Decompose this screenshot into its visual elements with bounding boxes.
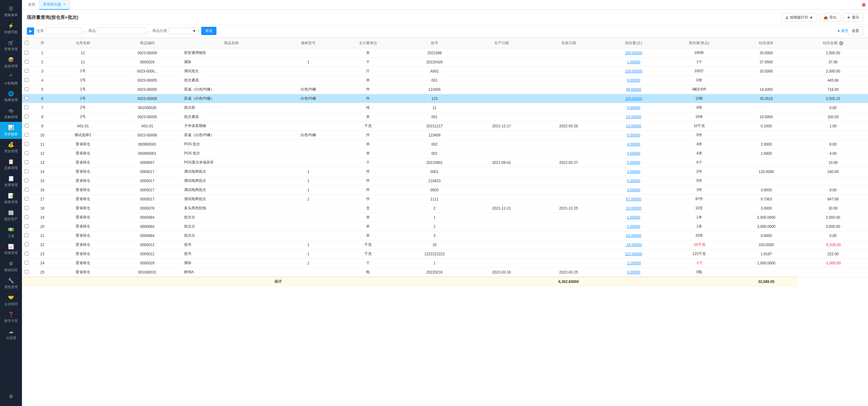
sidebar-item-guide[interactable]: ❓ 新手引导 xyxy=(0,309,22,326)
row-exp-date: 2022-03-26 xyxy=(534,122,603,131)
row-checkbox[interactable] xyxy=(25,114,29,119)
row-code: 0000078 xyxy=(112,204,182,213)
row-checkbox[interactable] xyxy=(25,78,29,82)
search-toggle-btn[interactable]: ▶ xyxy=(27,27,34,35)
row-checkbox[interactable] xyxy=(25,261,29,265)
win-close-btn[interactable] xyxy=(862,3,866,7)
row-checkbox[interactable] xyxy=(25,169,29,173)
sidebar-item-tax[interactable]: 📝 税务管理 xyxy=(0,190,22,207)
row-checkbox[interactable] xyxy=(25,133,29,137)
row-checkbox[interactable] xyxy=(25,224,29,228)
sidebar-item-sale[interactable]: 🛒 零售管理 xyxy=(0,37,22,54)
row-checkbox[interactable] xyxy=(25,206,29,210)
col-exp-date: 失效日期 xyxy=(534,38,603,48)
row-qty[interactable]: 2.00000 xyxy=(603,167,664,176)
row-qty[interactable]: 10.00000 xyxy=(603,112,664,122)
row-qty[interactable]: 0.00000 xyxy=(603,76,664,85)
row-qty[interactable]: -16.00000 xyxy=(603,240,664,249)
row-qty[interactable]: 1.00000 xyxy=(603,213,664,222)
sidebar-item-corp[interactable]: 🤝 企业协同 xyxy=(0,292,22,309)
category-select[interactable]: ▼ xyxy=(168,28,199,34)
row-prod-date: 2022-02-16 xyxy=(469,268,534,277)
warehouse-input[interactable] xyxy=(45,27,82,35)
tab-close-icon[interactable]: ✕ xyxy=(63,3,66,6)
row-qty[interactable]: 0.00000 xyxy=(603,268,664,277)
row-qty[interactable]: 4.00000 xyxy=(603,149,664,158)
sidebar-item-base[interactable]: ⚙ 基础信息 xyxy=(0,258,22,275)
row-amount: 222.00 xyxy=(798,249,868,259)
row-checkbox[interactable] xyxy=(25,124,29,128)
row-checkbox[interactable] xyxy=(25,105,29,109)
row-qty[interactable]: 0.00000 xyxy=(603,131,664,140)
sidebar-item-sys[interactable]: 🔧 系统管理 xyxy=(0,275,22,292)
row-checkbox[interactable] xyxy=(25,160,29,164)
filter-button[interactable]: 筛选 xyxy=(201,27,216,35)
tab-inventory-batch[interactable]: 库存批次盘 ✕ xyxy=(39,0,69,10)
row-checkbox-cell xyxy=(22,213,31,222)
row-exp-date xyxy=(534,149,603,158)
sidebar-item-nav[interactable]: ⚡ 快捷导航 xyxy=(0,20,22,37)
row-checkbox[interactable] xyxy=(25,251,29,256)
row-qty[interactable]: 1.00000 xyxy=(603,222,664,231)
sidebar-item-mgmt[interactable]: 📈 经营管理 xyxy=(0,241,22,258)
row-qty[interactable]: 3.00000 xyxy=(603,185,664,195)
row-checkbox[interactable] xyxy=(25,188,29,192)
row-qty[interactable]: 100.00000 xyxy=(603,94,664,103)
row-checkbox[interactable] xyxy=(25,233,29,237)
row-qty[interactable]: 4.00000 xyxy=(603,140,664,149)
row-checkbox[interactable] xyxy=(25,96,29,100)
table-wrapper[interactable]: 序 仓库名称 商品编码 商品名称 规格型号 主计量单位 批号 生产日期 失效日期… xyxy=(22,38,868,406)
row-checkbox[interactable] xyxy=(25,87,29,91)
row-seq: 17 xyxy=(31,195,53,204)
show-button[interactable]: 👁 显示 xyxy=(843,13,863,22)
row-checkbox[interactable] xyxy=(25,197,29,201)
row-qty[interactable]: 0.00000 xyxy=(603,103,664,112)
row-qty[interactable]: 10.00000 xyxy=(603,231,664,240)
export-button[interactable]: 📤 导出 xyxy=(819,13,841,22)
sidebar-item-inventory[interactable]: 📊 库存核算 xyxy=(0,122,22,139)
row-amount: 445.86 xyxy=(798,76,868,85)
row-qty[interactable]: 10.00000 xyxy=(603,204,664,213)
product-input[interactable] xyxy=(97,27,146,35)
sidebar-item-ecom[interactable]: 🌐 电商管理 xyxy=(0,88,22,105)
tab-home[interactable]: 首页 xyxy=(24,0,39,10)
sidebar-item-purchase[interactable]: 🛍 采购管理 xyxy=(0,105,22,122)
sidebar-item-cloud[interactable]: ☁ 云应用 xyxy=(0,326,22,343)
row-qty[interactable]: 0.00000 xyxy=(603,176,664,185)
select-all-checkbox[interactable] xyxy=(25,41,29,45)
row-qty[interactable]: 10.00000 xyxy=(603,122,664,131)
row-qty[interactable]: -1.00000 xyxy=(603,259,664,268)
sidebar-item-settings[interactable]: ⚙ xyxy=(8,391,14,403)
table-row: 17 置省裕仓 0000017 测试电商批次 1 件 1111 87.00000… xyxy=(22,195,868,204)
row-cost: 3.0000 xyxy=(735,185,798,195)
sidebar-item-mini[interactable]: 📱 小程电商 xyxy=(0,71,22,88)
row-checkbox[interactable] xyxy=(25,142,29,146)
row-seq: 16 xyxy=(31,185,53,195)
row-checkbox[interactable] xyxy=(25,50,29,55)
row-checkbox[interactable] xyxy=(25,69,29,73)
row-checkbox[interactable] xyxy=(25,178,29,182)
sidebar-item-general[interactable]: 📋 总账管理 xyxy=(0,156,22,173)
row-checkbox[interactable] xyxy=(25,60,29,64)
sidebar-item-finance[interactable]: 💰 资金管理 xyxy=(0,139,22,156)
row-qty[interactable]: 100.00000 xyxy=(603,67,664,76)
row-qty[interactable]: 122.00000 xyxy=(603,249,664,259)
sidebar-item-batch[interactable]: 📦 批发管理 xyxy=(0,54,22,71)
row-qty[interactable]: 49.60000 xyxy=(603,85,664,94)
row-checkbox[interactable] xyxy=(25,270,29,274)
sidebar-item-invoice[interactable]: 🧾 发票管理 xyxy=(0,173,22,190)
row-checkbox[interactable] xyxy=(25,242,29,246)
row-checkbox[interactable] xyxy=(25,151,29,155)
print-button[interactable]: 🖨 按模版打印 ▼ xyxy=(781,13,817,22)
row-qty[interactable]: 87.00000 xyxy=(603,195,664,204)
row-qty[interactable]: 1.00000 xyxy=(603,58,664,67)
row-batch: 0001 xyxy=(400,167,469,176)
sidebar-item-menu[interactable]: ☰ 搜索菜单 xyxy=(0,3,22,20)
sidebar-item-asset[interactable]: 🏢 固定资产 xyxy=(0,207,22,224)
row-qty[interactable]: 0.00000 xyxy=(603,158,664,167)
amount-info-icon[interactable]: i xyxy=(839,41,843,45)
sidebar-item-hr[interactable]: 💵 工资 xyxy=(0,224,22,241)
row-checkbox[interactable] xyxy=(25,215,29,219)
settings-button[interactable]: 设置 xyxy=(848,27,863,35)
row-qty[interactable]: 100.00000 xyxy=(603,48,664,58)
